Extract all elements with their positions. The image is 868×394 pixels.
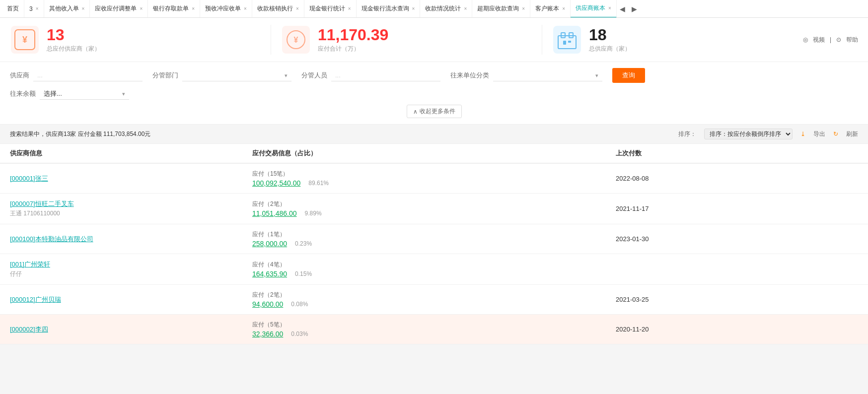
payable-suppliers-label: 总应付供应商（家） <box>47 45 100 53</box>
table-header: 供应商信息 应付交易信息（占比） 上次付数 <box>0 144 868 164</box>
video-icon: ◎ <box>803 36 808 43</box>
supplier-cell-4: [000012]广州贝瑞 <box>10 295 252 304</box>
export-icon: ⤓ <box>800 131 805 137</box>
supplier-link-0[interactable]: [000001]张三 <box>10 174 252 183</box>
nav-item-other-income[interactable]: 其他收入单 × <box>44 0 90 18</box>
supplier-cell-1: [000007]恒旺二手叉车 王通 17106110000 <box>10 199 252 218</box>
close-icon[interactable]: × <box>562 6 565 11</box>
sort-select[interactable]: 排序：按应付余额倒序排序 <box>704 129 793 139</box>
percent-1: 9.89% <box>305 210 322 217</box>
nav-next-arrow[interactable]: ▶ <box>629 0 641 18</box>
tx-row-5: 32,366.00 0.03% <box>252 330 616 338</box>
balance-select-wrap: 选择... <box>40 88 129 100</box>
nav-item-payment-stats[interactable]: 收款情况统计 × <box>420 0 472 18</box>
person-input[interactable] <box>331 69 440 81</box>
nav-item-bank-deposit[interactable]: 银行存取款单 × <box>148 0 200 18</box>
video-link[interactable]: 视频 <box>813 36 825 44</box>
supplier-sub-3: 仔仔 <box>10 270 252 278</box>
tx-cell-1: 应付（2笔） 11,051,486.00 9.89% <box>252 200 616 217</box>
amount-2[interactable]: 258,000.00 <box>252 240 287 248</box>
close-icon[interactable]: × <box>348 6 351 11</box>
lastpay-2: 2023-01-30 <box>616 235 649 243</box>
filter-dept: 分管部门 <box>152 69 291 81</box>
export-button[interactable]: 导出 <box>813 130 825 138</box>
percent-0: 89.61% <box>308 180 329 187</box>
percent-3: 0.15% <box>295 270 312 277</box>
supplier-input[interactable] <box>33 69 143 81</box>
supplier-cell-0: [000001]张三 <box>10 174 252 183</box>
close-icon[interactable]: × <box>608 5 611 11</box>
nav-item-cash-stats[interactable]: 现金银行统计 × <box>304 0 357 18</box>
close-icon[interactable]: × <box>244 6 247 11</box>
nav-label-overdue: 超期应收款查询 <box>477 4 519 13</box>
close-icon[interactable]: × <box>82 6 85 11</box>
tx-row-2: 258,000.00 0.23% <box>252 240 616 248</box>
amount-3[interactable]: 164,635.90 <box>252 270 287 278</box>
nav-item-adjustments[interactable]: 应收应付调整单 × <box>90 0 148 18</box>
supplier-link-1[interactable]: [000007]恒旺二手叉车 <box>10 199 252 208</box>
amount-1[interactable]: 11,051,486.00 <box>252 209 297 217</box>
lastpay-1: 2021-11-17 <box>616 205 649 212</box>
col-header-tx: 应付交易信息（占比） <box>252 149 616 158</box>
close-icon[interactable]: × <box>192 6 195 11</box>
supplier-link-5[interactable]: [000002]李四 <box>10 325 252 334</box>
supplier-link-2[interactable]: [000100]本特勤油品有限公司 <box>10 235 252 244</box>
nav-label-cash-stats: 现金银行统计 <box>309 4 345 13</box>
balance-label: 往来余额 <box>10 89 36 98</box>
results-info: 搜索结果中，供应商13家 应付金额 111,703,854.00元 <box>10 130 150 138</box>
tx-cell-0: 应付（15笔） 100,092,540.00 89.61% <box>252 170 616 187</box>
svg-text:¥: ¥ <box>294 36 298 44</box>
close-icon[interactable]: × <box>36 6 39 11</box>
nav-label-bank-deposit: 银行存取款单 <box>153 4 189 13</box>
close-icon[interactable]: × <box>464 6 467 11</box>
nav-item-cash-flow[interactable]: 现金银行流水查询 × <box>357 0 421 18</box>
data-table: 供应商信息 应付交易信息（占比） 上次付数 [000001]张三 应付（15笔）… <box>0 144 868 344</box>
total-suppliers-label: 总供应商（家） <box>589 45 631 53</box>
nav-item-collection[interactable]: 收款核销执行 × <box>252 0 304 18</box>
tx-label-3: 应付（4笔） <box>252 261 616 269</box>
amount-0[interactable]: 100,092,540.00 <box>252 179 300 187</box>
supplier-link-4[interactable]: [000012]广州贝瑞 <box>10 295 252 304</box>
nav-item-supplier-ledger[interactable]: 供应商账本 × <box>571 0 617 18</box>
amount-4[interactable]: 94,600.00 <box>252 300 283 308</box>
refresh-button[interactable]: 刷新 <box>846 130 858 138</box>
balance-select[interactable]: 选择... <box>40 88 129 100</box>
filter-row-2: 往来余额 选择... <box>10 88 858 100</box>
header-stats: ¥ 13 总应付供应商（家） ¥ 11,170.39 应付合计（万） <box>0 18 868 62</box>
table-row: [000007]恒旺二手叉车 王通 17106110000 应付（2笔） 11,… <box>0 194 868 224</box>
nav-item-overdue[interactable]: 超期应收款查询 × <box>472 0 530 18</box>
lastpay-0: 2022-08-08 <box>616 175 649 182</box>
amount-5[interactable]: 32,366.00 <box>252 330 283 338</box>
unit-type-select[interactable] <box>493 69 602 81</box>
nav-item-advance[interactable]: 预收冲应收单 × <box>200 0 252 18</box>
filter-area: 供应商 分管部门 分管人员 往来单位分类 查询 往来 <box>0 62 868 125</box>
collapse-label: 收起更多条件 <box>420 107 455 116</box>
help-link[interactable]: 帮助 <box>846 36 858 44</box>
tx-cell-4: 应付（2笔） 94,600.00 0.08% <box>252 291 616 308</box>
nav-prev-arrow[interactable]: ◀ <box>617 0 629 18</box>
payable-suppliers-number: 13 <box>47 27 100 43</box>
supplier-cell-5: [000002]李四 <box>10 325 252 334</box>
close-icon[interactable]: × <box>522 6 525 11</box>
supplier-link-3[interactable]: [001]广州荣轩 <box>10 260 252 269</box>
stat-payable-amount: ¥ 11,170.39 应付合计（万） <box>281 25 532 55</box>
nav-label-other-income: 其他收入单 <box>49 4 79 13</box>
nav-label-supplier-ledger: 供应商账本 <box>576 4 605 12</box>
close-icon[interactable]: × <box>412 6 415 11</box>
search-button[interactable]: 查询 <box>612 68 645 83</box>
nav-item-home[interactable]: 首页 <box>2 0 24 18</box>
collapse-button[interactable]: ∧ 收起更多条件 <box>407 105 462 118</box>
close-icon[interactable]: × <box>296 6 299 11</box>
tx-label-0: 应付（15笔） <box>252 170 616 178</box>
nav-label-customer-ledger: 客户账本 <box>535 4 559 13</box>
lastpay-4: 2021-03-25 <box>616 296 649 303</box>
dept-select[interactable] <box>182 69 291 81</box>
svg-text:¥: ¥ <box>22 35 27 45</box>
tx-label-5: 应付（5笔） <box>252 321 616 329</box>
nav-item-3[interactable]: 3 × <box>24 0 44 18</box>
stat-total-suppliers-text: 18 总供应商（家） <box>589 27 631 53</box>
header-separator: | <box>830 36 831 43</box>
nav-item-customer-ledger[interactable]: 客户账本 × <box>530 0 571 18</box>
table-row: [000002]李四 应付（5笔） 32,366.00 0.03% 2020-1… <box>0 315 868 344</box>
close-icon[interactable]: × <box>140 6 143 11</box>
